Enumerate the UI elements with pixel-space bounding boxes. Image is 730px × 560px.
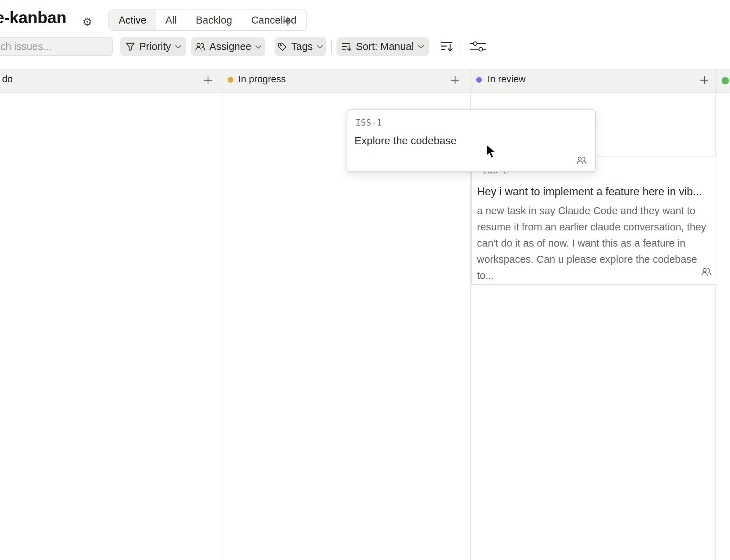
assignee-label: Assignee [209,41,251,52]
column-header-band [0,69,730,93]
gear-icon: ⚙︎ [82,17,92,27]
people-icon [195,42,206,51]
kanban-app: e-kanban ⚙︎ Active All Backlog Cancelled… [0,0,730,560]
description-line: a new task in say Claude Code and they w… [477,203,717,219]
column-divider [715,69,716,560]
tab-active[interactable]: Active [109,10,156,30]
sort-label: Sort: Manual [356,41,414,52]
sort-descending-icon [440,40,454,53]
toolbar-divider [460,40,460,53]
search-input[interactable] [0,38,112,55]
column-inreview-label: In review [487,74,526,85]
tab-backlog[interactable]: Backlog [186,10,241,30]
mouse-cursor [485,144,497,160]
column-inreview-add-button[interactable] [697,73,711,87]
dragged-issue-card-iss-1[interactable]: ISS-1 Explore the codebase [347,109,596,172]
assignees-icon [576,156,587,165]
chevron-down-icon [317,45,323,49]
chevron-down-icon [255,45,262,49]
issue-title: Hey i want to implement a feature here i… [477,185,713,198]
search-box [0,37,113,56]
sort-button[interactable]: Sort: Manual [336,37,429,56]
sort-direction-button[interactable] [438,38,456,55]
column-inprogress-add-button[interactable] [448,73,462,87]
tab-cancelled[interactable]: Cancelled [241,10,306,30]
column-inprogress-dot [228,77,233,83]
column-todo-add-button[interactable] [201,73,215,87]
plus-icon [699,75,710,85]
project-settings-button[interactable]: ⚙︎ [81,15,94,28]
display-options-button[interactable] [469,38,487,55]
issue-id: ISS-1 [355,118,382,128]
tab-all[interactable]: All [156,10,186,30]
issue-title: Explore the codebase [354,135,457,147]
issue-description: a new task in say Claude Code and they w… [477,203,717,284]
page-title: e-kanban [0,8,66,27]
sliders-icon [469,40,487,53]
column-inprogress-label: In progress [238,74,286,85]
chevron-down-icon [175,45,181,49]
assignees-icon [701,267,712,276]
tag-icon [277,42,287,52]
description-line: can't do it as of now. I want this as a … [477,235,717,251]
priority-label: Priority [139,41,171,52]
tags-label: Tags [291,41,313,52]
toolbar-divider [331,40,332,53]
column-inreview-dot [476,77,482,83]
column-done-dot [722,77,729,84]
issue-card-iss-2[interactable]: ISS-2 Hey i want to implement a feature … [471,156,717,285]
sort-descending-icon [341,42,352,52]
priority-filter-button[interactable]: Priority [120,37,186,56]
funnel-icon [125,42,135,52]
column-divider [222,69,222,560]
chevron-down-icon [418,45,424,49]
plus-icon [450,75,460,85]
assignee-filter-button[interactable]: Assignee [191,37,265,56]
description-line: resume it from an earlier claude convers… [477,219,717,235]
add-view-button[interactable] [281,14,295,28]
view-tabs: Active All Backlog Cancelled [108,9,307,31]
plus-icon [203,75,213,85]
column-todo-label: To do [0,74,13,85]
plus-icon [282,15,294,27]
tags-filter-button[interactable]: Tags [275,37,326,56]
description-line: workspaces. Can u please explore the cod… [477,251,717,284]
